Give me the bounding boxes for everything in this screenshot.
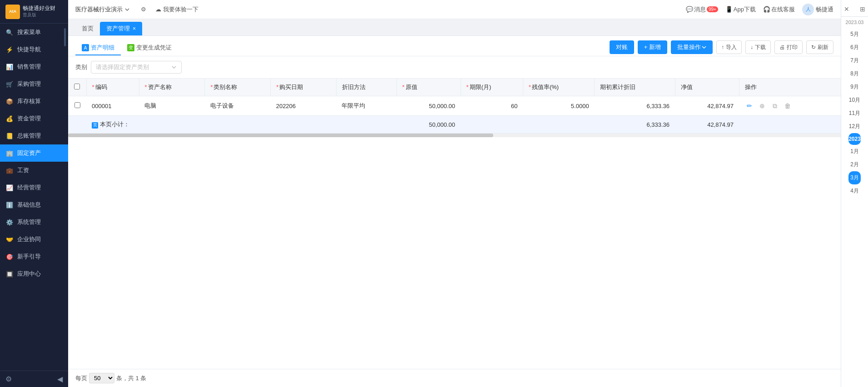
- sidebar-item-quick-nav[interactable]: ⚡ 快捷导航: [0, 41, 68, 58]
- cell-original-value: 50,000.00: [397, 96, 461, 116]
- notification-badge: 99+: [707, 6, 718, 12]
- sidebar-item-ledger[interactable]: 📒 总账管理: [0, 127, 68, 144]
- sidebar-item-app-center[interactable]: 🔲 应用中心: [0, 265, 68, 283]
- month-item-curr[interactable]: 1月: [848, 145, 861, 158]
- experience-button[interactable]: ☁ 我要体验一下: [155, 5, 198, 14]
- export-button[interactable]: ↑ 导入: [716, 40, 742, 54]
- user-info[interactable]: 人 畅捷通: [802, 4, 833, 15]
- sidebar-nav: 🔍 搜索菜单 ⚡ 快捷导航 📊 销售管理 🛒 采购管理 📦 库存核算 💰 资金管…: [0, 24, 68, 371]
- th-depreciation-method: 折旧方法: [336, 79, 397, 96]
- batch-button[interactable]: 批量操作: [671, 40, 713, 54]
- tab-home[interactable]: 首页: [75, 22, 100, 35]
- topbar-settings-icon[interactable]: ⚙: [137, 3, 150, 16]
- month-item-prev[interactable]: 12月: [848, 120, 861, 133]
- subtotal-net-value: 42,874.97: [675, 116, 739, 134]
- active-month-item[interactable]: 3月: [848, 171, 861, 184]
- month-item-prev[interactable]: 7月: [848, 54, 861, 67]
- pagination: 每页 50 100 条，共 1 条: [68, 369, 841, 387]
- cell-category: 电子设备: [205, 96, 271, 116]
- company-name: 医疗器械行业演示: [75, 5, 123, 14]
- collapse-icon[interactable]: ◀: [57, 375, 63, 383]
- th-period: *期限(月): [461, 79, 523, 96]
- tab-close-icon[interactable]: ×: [133, 25, 136, 32]
- duplicate-icon[interactable]: ⧉: [770, 101, 780, 111]
- month-item-prev[interactable]: 8月: [848, 67, 861, 80]
- month-item-prev[interactable]: 5月: [848, 28, 861, 41]
- asset-detail-icon: A: [82, 44, 89, 51]
- month-item-curr[interactable]: 2月: [848, 158, 861, 171]
- sidebar-item-payroll[interactable]: 💼 工资: [0, 162, 68, 179]
- right-panel: ✕ ⊞ 2023.03 5月6月7月8月9月10月11月12月20231月2月3…: [841, 0, 868, 387]
- cell-code: 000001: [86, 96, 139, 116]
- new-button[interactable]: + 新增: [638, 40, 667, 54]
- select-all-checkbox[interactable]: [74, 84, 80, 89]
- tab-asset-detail[interactable]: A 资产明细: [75, 41, 121, 55]
- month-item-prev[interactable]: 6月: [848, 41, 861, 54]
- download-button[interactable]: ↓ 下载: [745, 40, 771, 54]
- month-item-prev[interactable]: 9月: [848, 80, 861, 94]
- per-page-select[interactable]: 50 100: [89, 373, 114, 383]
- close-panel-icon[interactable]: ✕: [843, 5, 850, 14]
- expand-panel-icon[interactable]: ⊞: [859, 5, 866, 14]
- user-avatar: 人: [802, 4, 814, 15]
- ledger-icon: 📒: [5, 132, 14, 140]
- duizhang-button[interactable]: 对账: [610, 40, 634, 54]
- delete-icon[interactable]: 🗑: [783, 101, 793, 111]
- refresh-button[interactable]: ↻ 刷新: [806, 40, 833, 54]
- tab-asset-management[interactable]: 资产管理 ×: [100, 22, 142, 35]
- month-item-curr[interactable]: 4月: [848, 184, 861, 198]
- logo-version: 普及版: [23, 12, 55, 18]
- filter-label: 类别: [75, 63, 87, 71]
- copy-icon[interactable]: ⊕: [757, 101, 767, 111]
- print-button[interactable]: 🖨 打印: [774, 40, 803, 54]
- asset-table: *编码 *资产名称 *类别名称 *购买日期 折旧方法 *原值 *期限(月) *残…: [68, 79, 841, 134]
- sidebar-item-fund[interactable]: 💰 资金管理: [0, 110, 68, 127]
- sidebar-bottom: ⚙ ◀: [0, 371, 68, 387]
- cell-action: ✏ ⊕ ⧉ 🗑: [739, 96, 841, 116]
- month-item-prev[interactable]: 10月: [848, 94, 861, 107]
- sidebar-item-inventory[interactable]: 📦 库存核算: [0, 93, 68, 110]
- company-selector[interactable]: 医疗器械行业演示: [75, 5, 130, 14]
- sidebar-item-purchase[interactable]: 🛒 采购管理: [0, 75, 68, 93]
- main-area: 医疗器械行业演示 ⚙ ☁ 我要体验一下 💬 消息 99+ 📱 App下载 🎧 在…: [68, 0, 841, 387]
- table-row: 000001 电脑 电子设备 202206 年限平均 50,000.00 60 …: [68, 96, 841, 116]
- content-area: 首页 资产管理 × A 资产明细 变 变更生成凭证 对账 + 新增: [68, 19, 841, 387]
- cell-depreciation-method: 年限平均: [336, 96, 397, 116]
- search-icon: 🔍: [5, 28, 14, 36]
- month-item-prev[interactable]: 11月: [848, 107, 861, 120]
- sidebar-logo: AtA 畅捷通好业财 普及版: [0, 0, 68, 24]
- tab-change-voucher[interactable]: 变 变更生成凭证: [121, 41, 178, 55]
- system-icon: ⚙️: [5, 218, 14, 226]
- payroll-icon: 💼: [5, 166, 14, 174]
- sidebar-item-management[interactable]: 📈 经营管理: [0, 179, 68, 196]
- th-net-value: 净值: [675, 79, 739, 96]
- scrollbar-thumb: [68, 134, 493, 137]
- sidebar-item-search[interactable]: 🔍 搜索菜单: [0, 24, 68, 41]
- edit-icon[interactable]: ✏: [744, 101, 754, 111]
- horizontal-scrollbar[interactable]: [68, 134, 841, 137]
- sidebar-item-system[interactable]: ⚙️ 系统管理: [0, 213, 68, 231]
- sidebar-item-enterprise[interactable]: 🤝 企业协同: [0, 231, 68, 248]
- sidebar-item-sales[interactable]: 📊 销售管理: [0, 58, 68, 75]
- fund-icon: 💰: [5, 114, 14, 123]
- fixed-assets-icon: 🏢: [5, 149, 14, 157]
- app-download-item[interactable]: 📱 App下载: [725, 5, 756, 14]
- category-filter[interactable]: 请选择固定资产类别: [91, 61, 182, 74]
- sidebar-item-fixed-assets[interactable]: 🏢 固定资产: [0, 144, 68, 162]
- logo-text: 畅捷通好业财: [23, 5, 55, 12]
- table-header-row: *编码 *资产名称 *类别名称 *购买日期 折旧方法 *原值 *期限(月) *残…: [68, 79, 841, 96]
- basic-info-icon: ℹ️: [5, 201, 14, 209]
- notification-item[interactable]: 💬 消息 99+: [686, 5, 718, 14]
- settings-icon[interactable]: ⚙: [5, 375, 12, 383]
- import-icon: ↑: [721, 44, 724, 50]
- year-marker[interactable]: 2023: [848, 133, 861, 145]
- subtotal-label: 页本页小计：: [86, 116, 397, 134]
- subtotal-row: 页本页小计： 50,000.00 6,333.36 42,874.97: [68, 116, 841, 134]
- th-purchase-date: *购买日期: [271, 79, 337, 96]
- sidebar-item-basic-info[interactable]: ℹ️ 基础信息: [0, 196, 68, 213]
- sidebar-item-guide[interactable]: 🎯 新手引导: [0, 248, 68, 265]
- row-checkbox[interactable]: [74, 102, 80, 108]
- online-service-item[interactable]: 🎧 在线客服: [763, 5, 795, 14]
- th-checkbox: [68, 79, 86, 96]
- th-name: *资产名称: [139, 79, 205, 96]
